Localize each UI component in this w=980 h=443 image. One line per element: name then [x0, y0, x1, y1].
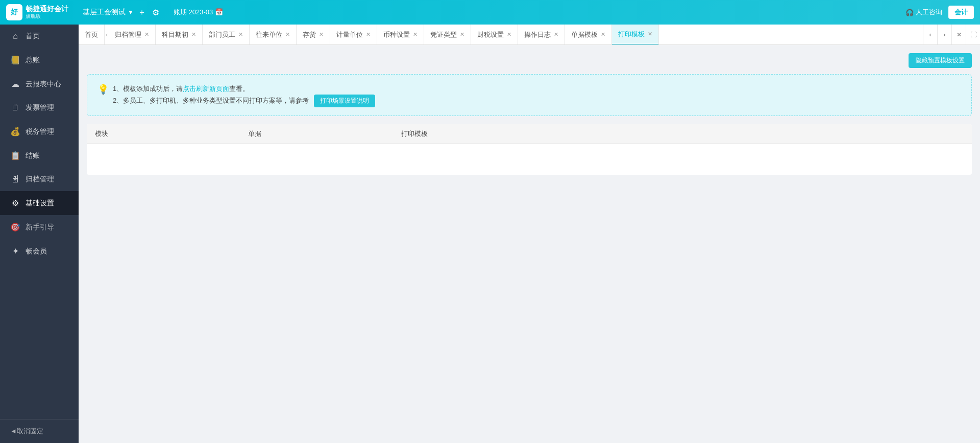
settle-icon: 📋: [10, 151, 20, 160]
tab-currency[interactable]: 币种设置 ✕: [377, 25, 424, 45]
close-taxsetting-icon[interactable]: ✕: [507, 31, 511, 38]
sidebar-label-report: 云报表中心: [26, 80, 61, 89]
tab-template[interactable]: 单据模板 ✕: [565, 25, 612, 45]
sidebar-label-home: 首页: [26, 32, 40, 41]
home-icon: ⌂: [10, 32, 20, 41]
page-content: 隐藏预置模板设置 💡 1、模板添加成功后，请点击刷新新页面查看。 2、多员工、多…: [79, 45, 980, 443]
close-department-icon[interactable]: ✕: [238, 31, 243, 38]
info-line2: 2、多员工、多打印机、多种业务类型设置不同打印方案等，请参考 打印场景设置说明: [113, 95, 375, 107]
sidebar-item-report[interactable]: ☁ 云报表中心: [0, 72, 79, 96]
sidebar-item-settings[interactable]: ⚙ 基础设置: [0, 191, 79, 215]
col-document: 单据: [240, 124, 393, 144]
top-center: 基层工会测试 ▼ ＋ ⚙ 账期 2023-03 📅: [83, 7, 905, 18]
tab-prev-btn[interactable]: ‹: [923, 25, 937, 45]
tab-oplog[interactable]: 操作日志 ✕: [518, 25, 565, 45]
data-table: 模块 单据 打印模板: [87, 124, 972, 175]
col-module: 模块: [87, 124, 240, 144]
archive-icon: 🗄: [10, 175, 20, 184]
top-bar: 好 畅捷通好会计 旗舰版 基层工会测试 ▼ ＋ ⚙ 账期 2023-03 📅 🎧…: [0, 0, 980, 25]
tab-subject[interactable]: 科目期初 ✕: [156, 25, 203, 45]
tab-nav-left-icon[interactable]: ‹: [105, 31, 109, 38]
sidebar-label-settings: 基础设置: [26, 199, 54, 208]
member-icon: ✦: [10, 246, 20, 256]
sidebar-item-tax[interactable]: 💰 税务管理: [0, 120, 79, 144]
hide-preview-area: 隐藏预置模板设置: [87, 53, 972, 68]
tab-close-all-btn[interactable]: ✕: [951, 25, 966, 45]
top-actions: ＋ ⚙: [138, 7, 159, 18]
company-name: 基层工会测试: [83, 8, 126, 17]
sidebar-item-archive[interactable]: 🗄 归档管理: [0, 168, 79, 191]
tab-bar: 首页 ‹ 归档管理 ✕ 科目期初 ✕ 部门员工 ✕ 往来单位 ✕ 存货 ✕: [79, 25, 980, 45]
sidebar-label-archive: 归档管理: [26, 175, 54, 184]
sidebar-item-member[interactable]: ✦ 畅会员: [0, 239, 79, 263]
unpin-button[interactable]: ◄取消固定: [0, 419, 79, 443]
info-line1: 1、模板添加成功后，请点击刷新新页面查看。: [113, 83, 375, 95]
headset-icon: 🎧: [905, 9, 914, 16]
tax-icon: 💰: [10, 127, 20, 136]
sidebar-label-tax: 税务管理: [26, 127, 54, 136]
close-voucher-icon[interactable]: ✕: [460, 31, 464, 38]
tab-print[interactable]: 打印模板 ✕: [612, 25, 659, 45]
close-template-icon[interactable]: ✕: [601, 31, 605, 38]
tab-measure[interactable]: 计量单位 ✕: [330, 25, 377, 45]
close-currency-icon[interactable]: ✕: [413, 31, 418, 38]
sidebar-item-invoice[interactable]: 🗒 发票管理: [0, 96, 79, 120]
col-print-template: 打印模板: [393, 124, 972, 144]
close-print-icon[interactable]: ✕: [648, 31, 652, 37]
period-label: 账期 2023-03 📅: [174, 8, 223, 17]
close-inventory-icon[interactable]: ✕: [319, 31, 324, 38]
tab-department[interactable]: 部门员工 ✕: [203, 25, 250, 45]
sidebar: ⌂ 首页 📒 总账 ☁ 云报表中心 🗒 发票管理 💰 税务管理 📋 结账 🗄 归…: [0, 25, 79, 443]
guide-icon: 🎯: [10, 222, 20, 232]
close-archive-icon[interactable]: ✕: [144, 31, 149, 38]
cloud-icon: ☁: [10, 79, 20, 89]
company-selector[interactable]: 基层工会测试 ▼: [83, 8, 134, 17]
settings-sidebar-icon: ⚙: [10, 198, 20, 208]
help-button[interactable]: 🎧 人工咨询: [905, 8, 942, 17]
settings-icon[interactable]: ⚙: [152, 8, 159, 17]
logo-icon: 好: [6, 4, 22, 20]
tab-voucher[interactable]: 凭证类型 ✕: [424, 25, 471, 45]
content-area: 首页 ‹ 归档管理 ✕ 科目期初 ✕ 部门员工 ✕ 往来单位 ✕ 存货 ✕: [79, 25, 980, 443]
sidebar-label-guide: 新手引导: [26, 223, 54, 232]
sidebar-label-member: 畅会员: [26, 247, 47, 256]
info-box-row: 💡 1、模板添加成功后，请点击刷新新页面查看。 2、多员工、多打印机、多种业务类…: [97, 83, 961, 107]
sidebar-label-invoice: 发票管理: [26, 103, 54, 112]
app-logo: 好 畅捷通好会计 旗舰版: [6, 4, 83, 20]
close-partner-icon[interactable]: ✕: [285, 31, 290, 38]
sidebar-item-settle[interactable]: 📋 结账: [0, 144, 79, 168]
hide-preview-button[interactable]: 隐藏预置模板设置: [909, 53, 972, 68]
sidebar-label-settle: 结账: [26, 151, 40, 160]
sidebar-item-ledger[interactable]: 📒 总账: [0, 48, 79, 72]
close-measure-icon[interactable]: ✕: [366, 31, 371, 38]
table-header: 模块 单据 打印模板: [87, 124, 972, 144]
top-right: 🎧 人工咨询 会计: [905, 6, 974, 19]
ledger-icon: 📒: [10, 55, 20, 65]
add-icon[interactable]: ＋: [138, 7, 146, 18]
tab-archive[interactable]: 归档管理 ✕: [109, 25, 156, 45]
sidebar-label-ledger: 总账: [26, 56, 40, 65]
tab-next-btn[interactable]: ›: [937, 25, 951, 45]
app-sub: 旗舰版: [26, 13, 68, 20]
refresh-link[interactable]: 点击刷新新页面: [183, 85, 229, 92]
main-layout: ⌂ 首页 📒 总账 ☁ 云报表中心 🗒 发票管理 💰 税务管理 📋 结账 🗄 归…: [0, 25, 980, 443]
close-subject-icon[interactable]: ✕: [191, 31, 196, 38]
account-button[interactable]: 会计: [948, 6, 974, 19]
sidebar-item-home[interactable]: ⌂ 首页: [0, 25, 79, 48]
table-body: [87, 144, 972, 175]
info-box: 💡 1、模板添加成功后，请点击刷新新页面查看。 2、多员工、多打印机、多种业务类…: [87, 74, 972, 116]
sidebar-item-guide[interactable]: 🎯 新手引导: [0, 215, 79, 239]
tab-taxsetting[interactable]: 财税设置 ✕: [471, 25, 518, 45]
explain-button[interactable]: 打印场景设置说明: [314, 95, 375, 107]
tab-partner[interactable]: 往来单位 ✕: [250, 25, 297, 45]
close-oplog-icon[interactable]: ✕: [554, 31, 558, 38]
invoice-icon: 🗒: [10, 103, 20, 112]
tab-home[interactable]: 首页: [79, 25, 105, 45]
app-name: 畅捷通好会计: [26, 5, 68, 13]
bulb-icon: 💡: [97, 84, 109, 95]
company-chevron-icon: ▼: [128, 9, 134, 16]
info-text: 1、模板添加成功后，请点击刷新新页面查看。 2、多员工、多打印机、多种业务类型设…: [113, 83, 375, 107]
tab-inventory[interactable]: 存货 ✕: [297, 25, 330, 45]
tab-nav-buttons: ‹ › ✕ ⛶: [923, 25, 980, 45]
tab-expand-btn[interactable]: ⛶: [966, 25, 980, 45]
